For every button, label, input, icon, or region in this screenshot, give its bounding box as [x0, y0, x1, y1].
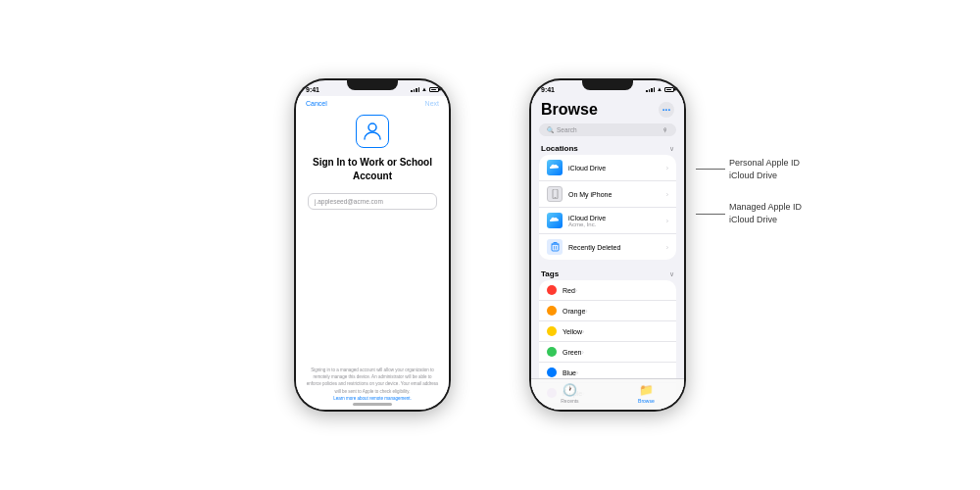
search-bar[interactable]: 🔍 Search 🎙 — [539, 123, 676, 136]
search-icon: 🔍 — [547, 126, 554, 133]
recents-icon: 🕐 — [563, 383, 577, 397]
next-button[interactable]: Next — [425, 100, 439, 107]
iphone-icon — [547, 186, 563, 202]
mic-icon: 🎙 — [662, 127, 668, 133]
recently-deleted-label: Recently Deleted — [568, 244, 666, 251]
icloud-drive-1-text: iCloud Drive — [568, 165, 666, 172]
callout-area: Personal Apple ID iCloud Drive Managed A… — [696, 157, 823, 241]
callout-text-1: Personal Apple ID iCloud Drive — [729, 157, 823, 181]
tag-red[interactable]: Red › — [539, 280, 676, 301]
phone-1: 9:41 ▲ Cancel Next — [294, 78, 451, 412]
tags-section-header: Tags ∨ — [531, 266, 684, 280]
phone-2: 9:41 ▲ Browse ··· — [529, 78, 686, 412]
tags-chevron[interactable]: ∨ — [669, 270, 674, 278]
status-icons-1: ▲ — [411, 86, 439, 92]
signal-bars-1 — [411, 86, 419, 92]
icloud-drive-acme-text: iCloud Drive Acme, Inc. — [568, 215, 666, 227]
svg-point-0 — [368, 123, 376, 131]
wifi-icon-2: ▲ — [657, 86, 662, 92]
browse-content: Browse ··· 🔍 Search 🎙 Locations ∨ — [531, 96, 684, 410]
battery-icon-2 — [664, 87, 674, 92]
list-item-icloud-drive-acme[interactable]: iCloud Drive Acme, Inc. › — [539, 208, 676, 234]
email-input[interactable]: j.appleseed@acme.com — [308, 193, 437, 210]
browse-screen: Browse ··· 🔍 Search 🎙 Locations ∨ — [531, 96, 684, 410]
time-1: 9:41 — [306, 86, 319, 93]
status-icons-2: ▲ — [646, 86, 674, 92]
list-item-icloud-drive-1[interactable]: iCloud Drive › — [539, 155, 676, 181]
signal-bars-2 — [646, 86, 655, 92]
nav-bar: Cancel Next — [296, 96, 449, 109]
cancel-button[interactable]: Cancel — [306, 100, 327, 107]
yellow-chevron: › — [582, 328, 584, 335]
locations-list: iCloud Drive › — [539, 155, 676, 260]
tag-yellow[interactable]: Yellow › — [539, 321, 676, 342]
recently-deleted-chevron: › — [666, 244, 668, 251]
tab-browse[interactable]: 📁 Browse — [638, 383, 655, 404]
icloud-drive-acme-sub: Acme, Inc. — [568, 221, 666, 227]
sign-in-title: Sign In to Work or School Account — [308, 156, 437, 183]
on-my-iphone-text: On My iPhone — [568, 191, 666, 198]
list-item-recently-deleted[interactable]: Recently Deleted › — [539, 234, 676, 260]
callout-line-1 — [696, 169, 725, 170]
browse-title: Browse — [541, 102, 598, 118]
sign-in-body: Sign In to Work or School Account j.appl… — [296, 109, 449, 363]
locations-label: Locations — [541, 144, 578, 153]
green-dot — [547, 347, 557, 357]
tags-label: Tags — [541, 270, 559, 278]
yellow-dot — [547, 326, 557, 336]
wifi-icon-1: ▲ — [421, 86, 427, 92]
red-chevron: › — [575, 287, 577, 294]
browse-icon: 📁 — [639, 383, 654, 397]
callout-text-2: Managed Apple ID iCloud Drive — [729, 201, 823, 225]
person-icon — [364, 122, 381, 141]
time-2: 9:41 — [541, 86, 555, 93]
callout-1: Personal Apple ID iCloud Drive — [696, 157, 823, 181]
orange-chevron: › — [585, 308, 587, 315]
icloud-drive-acme-label: iCloud Drive — [568, 215, 666, 221]
recently-deleted-text: Recently Deleted — [568, 244, 666, 251]
locations-chevron[interactable]: ∨ — [669, 145, 674, 153]
list-item-on-my-iphone[interactable]: On My iPhone › — [539, 181, 676, 208]
recents-label: Recents — [561, 398, 578, 404]
tag-green[interactable]: Green › — [539, 342, 676, 363]
tag-orange[interactable]: Orange › — [539, 301, 676, 321]
sign-in-screen: Cancel Next Sign In to Work or School Ac… — [296, 96, 449, 410]
on-my-iphone-chevron: › — [666, 191, 668, 198]
notch — [347, 80, 398, 90]
more-button[interactable]: ··· — [659, 102, 674, 118]
orange-dot — [547, 306, 557, 316]
notch-2 — [582, 80, 633, 90]
icloud-drive-acme-chevron: › — [666, 218, 668, 224]
home-indicator-1 — [353, 403, 392, 406]
tab-bar: 🕐 Recents 📁 Browse — [531, 378, 684, 410]
tab-recents[interactable]: 🕐 Recents — [561, 383, 578, 404]
search-placeholder: Search — [557, 126, 660, 133]
svg-rect-3 — [552, 244, 559, 251]
icloud-drive-1-chevron: › — [666, 165, 668, 172]
battery-icon-1 — [429, 87, 439, 92]
red-dot — [547, 285, 557, 295]
browse-label: Browse — [638, 398, 655, 404]
blue-dot — [547, 368, 557, 377]
remote-management-link[interactable]: Learn more about remote management. — [333, 396, 412, 401]
icloud-drive-1-label: iCloud Drive — [568, 165, 666, 172]
browse-header: Browse ··· — [531, 96, 684, 122]
on-my-iphone-label: On My iPhone — [568, 191, 666, 198]
locations-section-header: Locations ∨ — [531, 140, 684, 155]
blue-chevron: › — [576, 369, 578, 376]
callout-2: Managed Apple ID iCloud Drive — [696, 201, 823, 225]
icloud-icon-1 — [547, 160, 563, 175]
person-icon-container — [356, 115, 389, 148]
green-chevron: › — [581, 349, 583, 356]
callout-line-2 — [696, 214, 725, 215]
trash-icon — [547, 239, 563, 255]
svg-rect-2 — [554, 198, 556, 199]
icloud-icon-2 — [547, 213, 563, 228]
